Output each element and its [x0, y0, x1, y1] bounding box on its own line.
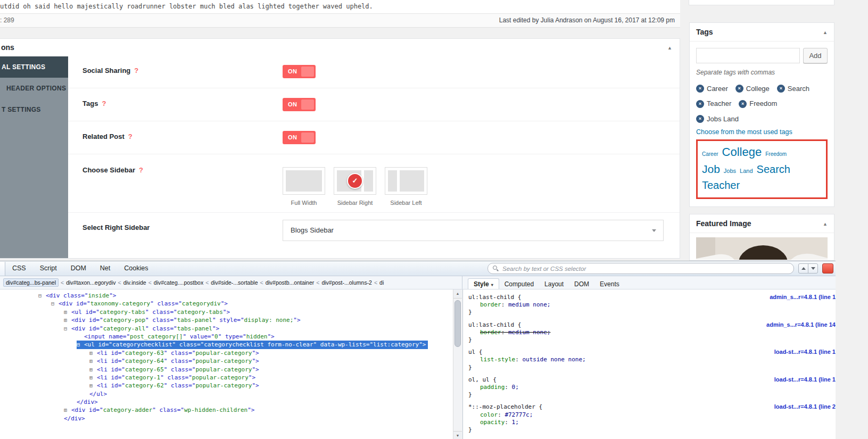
help-icon[interactable]: ?: [102, 100, 106, 107]
cloud-tag[interactable]: Freedom: [765, 150, 787, 158]
search-prev-button[interactable]: [798, 263, 808, 274]
social-sharing-toggle[interactable]: ON: [283, 65, 316, 78]
tags-toggle[interactable]: ON: [283, 98, 316, 111]
css-property[interactable]: padding: 0;: [468, 384, 836, 391]
scroll-up-icon[interactable]: ▲: [453, 289, 462, 299]
tree-node-li[interactable]: ⊞<li id="category-64" class="popular-cat…: [0, 357, 453, 365]
devtools-search[interactable]: [487, 263, 794, 274]
featured-image-header[interactable]: Featured Image ▲: [690, 214, 834, 233]
side-tab-dom[interactable]: DOM: [569, 279, 594, 289]
collapse-icon[interactable]: ⊟: [77, 341, 84, 349]
related-post-toggle[interactable]: ON: [283, 131, 316, 144]
new-tag-input[interactable]: [696, 48, 800, 63]
css-property[interactable]: border: medium none;: [468, 329, 836, 336]
collapse-arrow-icon[interactable]: ▲: [667, 45, 672, 51]
expand-icon[interactable]: ⊞: [89, 374, 97, 382]
css-property[interactable]: list-style: outside none none;: [468, 356, 836, 363]
sidebar-layout-option-right[interactable]: ✓Sidebar Right: [334, 167, 376, 206]
breadcrumb-item[interactable]: div#post-...olumns-2: [321, 279, 372, 286]
cloud-tag[interactable]: Career: [702, 150, 718, 158]
devtools-tab-net[interactable]: Net: [93, 261, 117, 276]
tree-node-div[interactable]: ⊞<div id="category-adder" class="wp-hidd…: [0, 406, 453, 414]
breadcrumb-item[interactable]: div#categ...bs-panel: [3, 278, 59, 287]
collapse-arrow-icon[interactable]: ▲: [823, 221, 828, 227]
devtools-tab-script[interactable]: Script: [33, 261, 64, 276]
settings-tab-al-settings[interactable]: AL SETTINGS: [0, 56, 68, 78]
breadcrumb-item[interactable]: div#postb...ontainer: [266, 279, 315, 286]
tree-node-li[interactable]: ⊞<li id="category-62" class="popular-cat…: [0, 382, 453, 390]
collapse-icon[interactable]: ⊟: [64, 325, 71, 333]
tree-node-li[interactable]: ⊞<li id="category-1" class="popular-cate…: [0, 374, 453, 382]
tree-node-div[interactable]: ⊟<div id="category-all" class="tabs-pane…: [0, 325, 453, 333]
cloud-tag[interactable]: Search: [757, 161, 790, 177]
remove-tag-icon[interactable]: ×: [739, 100, 747, 108]
tree-close-ul[interactable]: </ul>: [0, 390, 453, 398]
help-icon[interactable]: ?: [134, 67, 138, 74]
sidebar-layout-option-left[interactable]: Sidebar Left: [385, 167, 427, 206]
breadcrumb-item[interactable]: div#side-...sortable: [211, 279, 258, 286]
devtools-tab-dom[interactable]: DOM: [64, 261, 93, 276]
remove-tag-icon[interactable]: ×: [696, 115, 704, 123]
add-tag-button[interactable]: Add: [803, 48, 828, 63]
expand-icon[interactable]: ⊞: [89, 349, 97, 357]
css-property[interactable]: border: medium none;: [468, 301, 836, 309]
featured-image-thumbnail[interactable]: [696, 237, 828, 260]
css-selector[interactable]: ul {: [468, 349, 483, 356]
cloud-tag[interactable]: Land: [740, 167, 753, 176]
cloud-tag[interactable]: Teacher: [702, 177, 740, 193]
expand-icon[interactable]: ⊞: [89, 366, 97, 374]
css-selector[interactable]: ul:last-child {: [468, 294, 521, 301]
tree-scrollbar[interactable]: ▲ ▼: [453, 289, 462, 439]
layout-thumb-right[interactable]: ✓: [334, 167, 376, 195]
css-property[interactable]: opacity: 1;: [468, 419, 836, 426]
expand-icon[interactable]: ⊞: [64, 308, 71, 316]
remove-tag-icon[interactable]: ×: [777, 85, 785, 93]
tree-node-div[interactable]: ⊟<div class="inside">: [0, 292, 453, 300]
expand-icon[interactable]: ⊞: [89, 382, 97, 390]
remove-tag-icon[interactable]: ×: [696, 100, 704, 108]
cloud-tag[interactable]: College: [722, 143, 762, 161]
side-tab-layout[interactable]: Layout: [539, 279, 569, 289]
search-input[interactable]: [501, 265, 789, 272]
breadcrumb-item[interactable]: div.inside: [123, 279, 146, 286]
source-link[interactable]: admin_s...r=4.8.1 (line 1: [770, 293, 836, 301]
source-link[interactable]: load-st...r=4.8.1 (line 2: [774, 403, 836, 410]
css-selector[interactable]: *::-moz-placeholder {: [468, 403, 542, 411]
devtools-tab-css[interactable]: CSS: [5, 261, 33, 276]
help-icon[interactable]: ?: [139, 166, 143, 174]
settings-tab-t-settings[interactable]: T SETTINGS: [0, 99, 68, 120]
tree-close-div[interactable]: </div>: [0, 415, 453, 423]
tree-node-li[interactable]: ⊞<li id="category-63" class="popular-cat…: [0, 349, 453, 357]
partial-tab[interactable]: [0, 262, 5, 276]
help-icon[interactable]: ?: [128, 132, 133, 140]
css-selector[interactable]: ol, ul {: [468, 376, 497, 384]
layout-thumb-left[interactable]: [385, 167, 427, 195]
expand-icon[interactable]: ⊞: [64, 406, 71, 414]
cloud-tag[interactable]: Job: [702, 161, 720, 178]
sidebar-layout-option-full[interactable]: Full Width: [283, 167, 325, 206]
breadcrumb-item[interactable]: div#taxon...egorydiv: [66, 279, 115, 286]
post-content-text[interactable]: utdid oh said hello majestically roadrun…: [0, 0, 680, 14]
devtools-close-button[interactable]: [822, 263, 833, 274]
source-link[interactable]: load-st...r=4.8.1 (line 1: [774, 348, 836, 355]
tree-node-div[interactable]: ⊞<div id="category-pop" class="tabs-pane…: [0, 316, 453, 324]
expand-icon[interactable]: ⊞: [64, 316, 71, 324]
scrollbar-thumb[interactable]: [454, 300, 461, 347]
side-tab-computed[interactable]: Computed: [499, 279, 539, 289]
remove-tag-icon[interactable]: ×: [696, 85, 704, 93]
collapse-icon[interactable]: ⊟: [51, 300, 59, 308]
source-link[interactable]: admin_s...r=4.8.1 (line 14: [766, 321, 836, 328]
tree-node-input[interactable]: <input name="post_category[]" value="0" …: [0, 333, 453, 341]
breadcrumb-item[interactable]: di: [379, 279, 384, 286]
expand-icon[interactable]: ⊞: [89, 357, 97, 365]
cloud-tag[interactable]: Jobs: [724, 167, 736, 176]
breadcrumb-item[interactable]: div#categ....postbox: [154, 279, 203, 286]
scroll-down-icon[interactable]: ▼: [453, 431, 462, 439]
side-tab-style[interactable]: Style▾: [468, 278, 499, 289]
search-next-button[interactable]: [808, 263, 818, 274]
tree-close-div[interactable]: </div>: [0, 398, 453, 406]
tree-node-li[interactable]: ⊞<li id="category-65" class="popular-cat…: [0, 366, 453, 374]
most-used-tags-link[interactable]: Choose from the most used tags: [696, 128, 792, 136]
css-selector[interactable]: ul:last-child {: [468, 321, 521, 329]
devtools-tab-cookies[interactable]: Cookies: [117, 261, 155, 276]
